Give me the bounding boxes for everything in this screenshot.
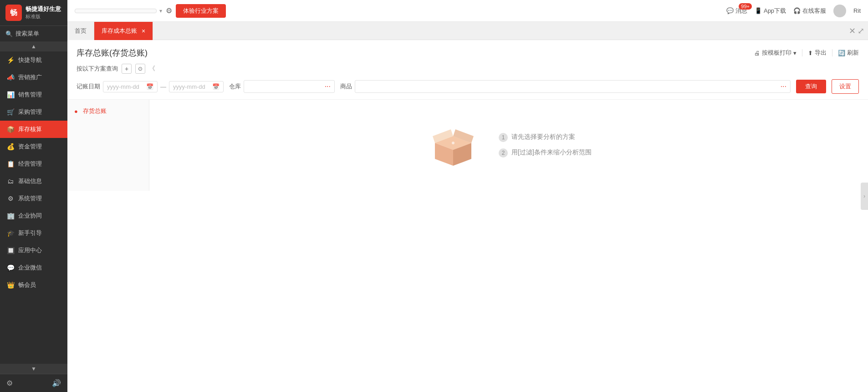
sidebar-item-enterprise[interactable]: 🏢 企业协同 (0, 207, 67, 224)
apps-icon: 🔲 (6, 246, 15, 255)
divider2 (832, 49, 832, 56)
operation-icon: 📋 (6, 160, 15, 168)
tab-close-icon[interactable]: × (142, 27, 145, 35)
online-service-button[interactable]: 🎧 在线客服 (793, 7, 826, 15)
date-end-input[interactable]: yyyy-mm-dd 📅 (169, 81, 224, 92)
finance-icon: 💰 (6, 143, 15, 151)
sidebar-item-marketing[interactable]: 📣 营销推广 (0, 69, 67, 86)
sidebar-logo: 畅 畅捷通好生意 标准版 (0, 0, 67, 26)
scheme-item-inventory-ledger[interactable]: ● 存货总账 (67, 103, 149, 119)
date-start-input[interactable]: yyyy-mm-dd 📅 (103, 81, 158, 92)
filter-header: 按以下方案查询 + ⊙ 《 (77, 64, 859, 74)
tip-item-1: 1 请先选择要分析的方案 (499, 133, 592, 142)
sales-icon: 📊 (6, 91, 15, 99)
scroll-up-button[interactable]: ▲ (0, 41, 67, 51)
refresh-button[interactable]: 🔄 刷新 (838, 49, 859, 57)
sidebar-item-apps[interactable]: 🔲 应用中心 (0, 242, 67, 259)
tab-home[interactable]: 首页 (67, 22, 94, 40)
date-filter-group: 记账日期 yyyy-mm-dd 📅 — yyyy-mm-dd 📅 (77, 81, 224, 92)
settings-icon[interactable]: ⚙ (6, 379, 13, 387)
tab-close-panel-icon[interactable]: ✕ (849, 26, 856, 36)
sidebar-nav: ⚡ 快捷导航 📣 营销推广 📊 销售管理 🛒 采购管理 📦 库存核算 💰 资金管… (0, 51, 67, 364)
query-button[interactable]: 查询 (796, 80, 826, 93)
sidebar-item-system[interactable]: ⚙ 系统管理 (0, 190, 67, 207)
warehouse-label: 仓库 (229, 82, 241, 91)
sidebar-item-inventory[interactable]: 📦 库存核算 (0, 121, 67, 138)
inventory-icon: 📦 (6, 125, 15, 133)
sidebar-search[interactable]: 🔍 搜索菜单 (0, 26, 67, 41)
quick-nav-icon: ⚡ (6, 56, 15, 64)
scroll-down-button[interactable]: ▼ (0, 364, 67, 374)
audio-icon[interactable]: 🔊 (52, 379, 61, 387)
sidebar-item-member[interactable]: 👑 畅会员 (0, 276, 67, 294)
warehouse-filter-group: 仓库 ··· (229, 80, 335, 93)
svg-point-6 (452, 142, 454, 144)
print-dropdown-icon: ▾ (793, 50, 797, 56)
content-main: 1 请先选择要分析的方案 2 用[过滤]条件来缩小分析范围 (149, 100, 868, 191)
wechat-icon: 💬 (6, 264, 15, 272)
topbar-search-box[interactable] (75, 9, 157, 13)
sidebar-item-sales[interactable]: 📊 销售管理 (0, 86, 67, 103)
print-icon: 🖨 (754, 50, 760, 56)
topbar: ▾ ⚙ 体验行业方案 💬 消息 99+ 📱 App下载 🎧 在线客服 Rit (67, 0, 868, 22)
filter-scheme-button[interactable]: ⊙ (135, 64, 145, 74)
sidebar-item-purchase[interactable]: 🛒 采购管理 (0, 103, 67, 121)
app-download-button[interactable]: 📱 App下载 (755, 7, 786, 15)
calendar-end-icon: 📅 (212, 83, 220, 90)
sidebar-item-quick-nav[interactable]: ⚡ 快捷导航 (0, 51, 67, 69)
scheme-sidebar: ● 存货总账 (67, 100, 149, 191)
logo-text: 畅捷通好生意 标准版 (26, 5, 61, 20)
sidebar-item-guide[interactable]: 🎓 新手引导 (0, 224, 67, 242)
sidebar: 畅 畅捷通好生意 标准版 🔍 搜索菜单 ▲ ⚡ 快捷导航 📣 营销推广 📊 销售… (0, 0, 67, 392)
chevron-down-icon[interactable]: ▾ (159, 8, 162, 14)
right-panel-handle[interactable]: › (861, 183, 868, 210)
enterprise-icon: 🏢 (6, 212, 15, 220)
empty-state: 1 请先选择要分析的方案 2 用[过滤]条件来缩小分析范围 (426, 118, 592, 173)
export-icon: ⬆ (808, 50, 813, 56)
username-label[interactable]: Rit (853, 7, 861, 14)
panel-arrow-icon: › (863, 193, 865, 199)
gear-icon[interactable]: ⚙ (166, 6, 172, 15)
sidebar-item-operation[interactable]: 📋 经营管理 (0, 155, 67, 173)
tabs-bar: 首页 库存成本总账 × ✕ ⤢ (67, 22, 868, 40)
tab-expand-icon[interactable]: ⤢ (858, 26, 864, 36)
page-content: 库存总账(存货总账) 🖨 按模板打印 ▾ ⬆ 导出 🔄 刷新 (67, 40, 868, 392)
warehouse-select[interactable]: ··· (244, 80, 335, 93)
tip-num-1: 1 (499, 133, 508, 142)
date-label: 记账日期 (77, 82, 100, 91)
message-button[interactable]: 💬 消息 99+ (726, 7, 747, 15)
marketing-icon: 📣 (6, 73, 15, 81)
industry-button[interactable]: 体验行业方案 (176, 4, 226, 18)
basic-icon: 🗂 (6, 177, 15, 185)
sidebar-item-finance[interactable]: 💰 资金管理 (0, 138, 67, 155)
phone-icon: 📱 (755, 7, 762, 14)
divider (802, 49, 802, 56)
tip-item-2: 2 用[过滤]条件来缩小分析范围 (499, 148, 592, 158)
print-button[interactable]: 🖨 按模板打印 ▾ (754, 49, 797, 57)
filter-add-button[interactable]: + (122, 64, 132, 74)
sidebar-item-wechat[interactable]: 💬 企业微信 (0, 259, 67, 276)
user-avatar[interactable] (833, 5, 846, 17)
product-label: 商品 (340, 82, 352, 91)
warehouse-more-icon: ··· (325, 82, 331, 91)
purchase-icon: 🛒 (6, 108, 15, 116)
date-separator: — (160, 83, 166, 90)
filter-label: 按以下方案查询 (77, 65, 118, 73)
sidebar-item-basic[interactable]: 🗂 基础信息 (0, 173, 67, 190)
topbar-right: 💬 消息 99+ 📱 App下载 🎧 在线客服 Rit (726, 5, 861, 17)
headset-icon: 🎧 (793, 7, 801, 14)
sidebar-footer: ⚙ 🔊 (0, 374, 67, 392)
settings-button[interactable]: 设置 (832, 79, 859, 94)
product-select[interactable]: ··· (355, 80, 791, 93)
system-icon: ⚙ (6, 194, 15, 203)
filter-collapse-icon[interactable]: 《 (149, 65, 155, 73)
export-button[interactable]: ⬆ 导出 (808, 49, 827, 57)
refresh-icon: 🔄 (838, 50, 845, 56)
message-icon: 💬 (726, 7, 734, 14)
search-icon: 🔍 (5, 31, 13, 37)
tab-inventory-ledger[interactable]: 库存成本总账 × (94, 22, 153, 40)
page-header: 库存总账(存货总账) 🖨 按模板打印 ▾ ⬆ 导出 🔄 刷新 (67, 40, 868, 58)
product-filter-group: 商品 ··· (340, 80, 791, 93)
main-area: ▾ ⚙ 体验行业方案 💬 消息 99+ 📱 App下载 🎧 在线客服 Rit (67, 0, 868, 392)
topbar-left: ▾ ⚙ 体验行业方案 (75, 4, 721, 18)
